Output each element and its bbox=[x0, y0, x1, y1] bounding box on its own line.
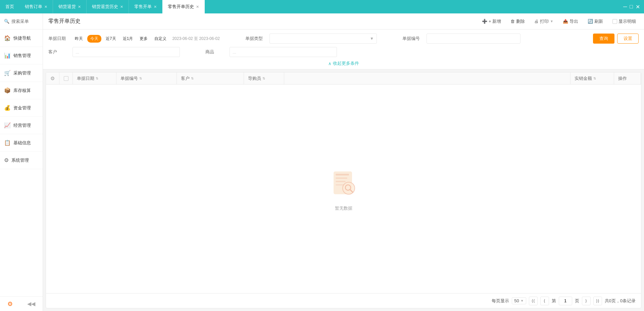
tab-sales-return-history-close[interactable]: ✕ bbox=[120, 5, 123, 9]
print-dropdown-icon: ▼ bbox=[550, 19, 553, 23]
date-btn-custom[interactable]: 自定义 bbox=[152, 35, 169, 43]
date-btn-today[interactable]: 今天 bbox=[87, 35, 101, 43]
filter-row-1: 单据日期 昨天 今天 近7天 近1月 更多 自定义 2023-06-02 至 2… bbox=[48, 34, 639, 44]
sidebar-item-quick-nav-label: 快捷导航 bbox=[13, 35, 31, 41]
date-btn-more[interactable]: 更多 bbox=[137, 35, 150, 43]
tab-home[interactable]: 首页 bbox=[0, 0, 19, 13]
tab-sales-order[interactable]: 销售订单 ✕ bbox=[19, 0, 53, 13]
tab-retail-open-close[interactable]: ✕ bbox=[154, 5, 157, 9]
th-settings[interactable]: ⚙ bbox=[46, 72, 59, 85]
sidebar-item-finance[interactable]: 💰 资金管理 bbox=[0, 99, 43, 117]
table-header: ⚙ 单据日期 ⇅ 单据编号 ⇅ 客户 ⇅ 导购员 bbox=[46, 72, 641, 85]
tab-sales-return-close[interactable]: ✕ bbox=[78, 5, 81, 9]
page-number-input[interactable] bbox=[559, 297, 572, 305]
next-page-btn[interactable]: ⟩ bbox=[582, 297, 591, 305]
doc-num-label: 单据编号 bbox=[402, 36, 421, 42]
collapse-filter-btn[interactable]: ∧ 收起更多条件 bbox=[328, 60, 359, 66]
select-all-checkbox[interactable] bbox=[64, 76, 68, 81]
export-label: 导出 bbox=[569, 18, 578, 24]
date-btn-last-month[interactable]: 近1月 bbox=[120, 35, 136, 43]
customer-input[interactable]: ... bbox=[72, 47, 180, 57]
sidebar-collapse-icon[interactable]: ◀◀ bbox=[27, 301, 35, 307]
add-label: + 新增 bbox=[489, 18, 501, 24]
per-page-dropdown-icon: ▼ bbox=[521, 299, 524, 303]
sidebar-item-quick-nav[interactable]: 🏠 快捷导航 bbox=[0, 30, 43, 47]
add-icon: ➕ bbox=[482, 19, 487, 24]
search-icon: 🔍 bbox=[4, 19, 9, 24]
total-text: 共0页，0条记录 bbox=[605, 298, 636, 304]
date-btn-last7[interactable]: 近7天 bbox=[103, 35, 118, 43]
export-button[interactable]: 📤 导出 bbox=[560, 17, 581, 26]
sidebar-search[interactable]: 🔍 搜索采单 bbox=[0, 13, 43, 30]
basic-info-icon: 📋 bbox=[4, 140, 11, 146]
refresh-button[interactable]: 🔄 刷新 bbox=[585, 17, 606, 26]
tab-sales-return-label: 销货退货 bbox=[58, 4, 76, 10]
window-maximize[interactable]: □ bbox=[630, 4, 633, 10]
collapse-label: 收起更多条件 bbox=[333, 60, 359, 66]
add-button[interactable]: ➕ + 新增 bbox=[479, 17, 504, 26]
sidebar-item-purchase-mgmt-label: 采购管理 bbox=[13, 70, 31, 76]
query-button[interactable]: 查询 bbox=[593, 34, 614, 44]
doc-num-input[interactable] bbox=[427, 34, 521, 44]
empty-text: 暂无数据 bbox=[335, 205, 352, 211]
doc-type-select[interactable]: ▼ bbox=[269, 34, 377, 44]
tab-retail-open-history-close[interactable]: ✕ bbox=[196, 5, 199, 9]
th-guide: 导购员 ⇅ bbox=[244, 72, 284, 85]
tab-retail-open-history-label: 零售开单历史 bbox=[168, 4, 194, 10]
display-detail-toggle[interactable]: 显示明细 bbox=[610, 17, 639, 26]
doc-type-label: 单据类型 bbox=[245, 36, 264, 42]
tab-sales-return-history[interactable]: 销货退货历史 ✕ bbox=[87, 0, 129, 13]
sidebar-settings-icon[interactable]: ⚙ bbox=[7, 300, 13, 308]
tab-sales-order-close[interactable]: ✕ bbox=[44, 5, 47, 9]
per-page-select[interactable]: 50 ▼ bbox=[512, 297, 526, 304]
print-icon: 🖨 bbox=[534, 19, 539, 24]
window-controls: ─ □ ✕ bbox=[623, 4, 644, 10]
print-button[interactable]: 🖨 打印 ▼ bbox=[532, 17, 556, 26]
sidebar-search-label: 搜索采单 bbox=[11, 18, 29, 24]
page-of-label: 第 bbox=[552, 298, 556, 304]
sidebar-item-sales-mgmt[interactable]: 📊 销售管理 bbox=[0, 47, 43, 64]
main-layout: 🔍 搜索采单 🏠 快捷导航 📊 销售管理 🛒 采购管理 📦 库存核算 💰 资金管… bbox=[0, 13, 644, 311]
sidebar-item-purchase-mgmt[interactable]: 🛒 采购管理 bbox=[0, 64, 43, 82]
tab-sales-return[interactable]: 销货退货 ✕ bbox=[53, 0, 87, 13]
quick-nav-icon: 🏠 bbox=[4, 35, 11, 41]
th-customer-sort-icon[interactable]: ⇅ bbox=[191, 76, 194, 80]
delete-label: 删除 bbox=[516, 18, 525, 24]
th-num-sort-icon[interactable]: ⇅ bbox=[139, 76, 142, 80]
date-btn-yesterday[interactable]: 昨天 bbox=[72, 35, 85, 43]
th-date-sort-icon[interactable]: ⇅ bbox=[96, 76, 98, 80]
th-amount-sort-icon[interactable]: ⇅ bbox=[593, 76, 596, 80]
inventory-icon: 📦 bbox=[4, 87, 11, 94]
window-minimize[interactable]: ─ bbox=[623, 4, 627, 10]
svg-rect-3 bbox=[336, 181, 346, 182]
sidebar-item-basic-info-label: 基础信息 bbox=[13, 140, 31, 146]
tab-home-label: 首页 bbox=[5, 4, 14, 10]
delete-button[interactable]: 🗑 删除 bbox=[508, 17, 528, 26]
customer-ellipsis: ... bbox=[76, 50, 79, 55]
last-page-btn[interactable]: ⟩⟩ bbox=[593, 297, 602, 305]
goods-input[interactable]: ... bbox=[230, 47, 337, 57]
filter-row-2: 客户 ... 商品 ... bbox=[48, 47, 639, 57]
th-customer: 客户 ⇅ bbox=[177, 72, 244, 85]
prev-page-btn[interactable]: ⟨ bbox=[540, 297, 549, 305]
finance-icon: 💰 bbox=[4, 105, 11, 111]
per-page-label: 每页显示 bbox=[492, 298, 509, 304]
tab-retail-open-history[interactable]: 零售开单历史 ✕ bbox=[162, 0, 205, 13]
column-settings-icon[interactable]: ⚙ bbox=[50, 75, 55, 82]
date-range-display: 2023-06-02 至 2023-06-02 bbox=[172, 36, 219, 42]
system-icon: ⚙ bbox=[4, 157, 9, 163]
first-page-btn[interactable]: ⟨⟨ bbox=[529, 297, 538, 305]
purchase-mgmt-icon: 🛒 bbox=[4, 70, 11, 76]
sidebar-item-inventory[interactable]: 📦 库存核算 bbox=[0, 82, 43, 99]
sidebar-item-basic-info[interactable]: 📋 基础信息 bbox=[0, 134, 43, 152]
settings-button[interactable]: 设置 bbox=[617, 34, 639, 44]
th-action-label: 操作 bbox=[618, 75, 627, 82]
tab-retail-open[interactable]: 零售开单 ✕ bbox=[129, 0, 162, 13]
window-close[interactable]: ✕ bbox=[636, 4, 640, 10]
th-action: 操作 bbox=[614, 72, 641, 85]
sidebar-item-system[interactable]: ⚙ 系统管理 bbox=[0, 152, 43, 169]
th-guide-sort-icon[interactable]: ⇅ bbox=[262, 76, 265, 80]
sidebar: 🔍 搜索采单 🏠 快捷导航 📊 销售管理 🛒 采购管理 📦 库存核算 💰 资金管… bbox=[0, 13, 43, 311]
sidebar-item-operations[interactable]: 📈 经营管理 bbox=[0, 117, 43, 134]
th-amount: 实销金额 ⇅ bbox=[571, 72, 614, 85]
